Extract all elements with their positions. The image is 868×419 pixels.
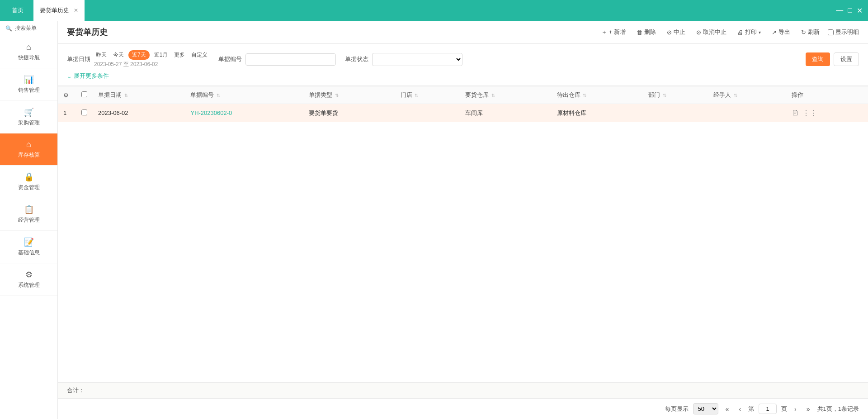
shortcut-more[interactable]: 更多	[172, 50, 187, 60]
export-button[interactable]: ↗ 导出	[769, 26, 793, 38]
cancel-stop-button[interactable]: ⊘ 取消中止	[693, 26, 729, 38]
sidebar-item-system[interactable]: ⚙ 系统管理	[0, 263, 57, 296]
sort-icon-doc-date: ⇅	[124, 93, 128, 98]
view-action-icon[interactable]: 🖹	[792, 109, 799, 117]
page-header: 要货单历史 ＋ + 新增 🗑 删除 ⊘ 中止 ⊘	[58, 21, 868, 44]
row-checkbox[interactable]	[81, 110, 87, 115]
new-button[interactable]: ＋ + 新增	[599, 26, 628, 38]
close-btn[interactable]: ✕	[857, 6, 863, 15]
th-doc-date[interactable]: 单据日期 ⇅	[93, 86, 185, 104]
top-bar: 首页 要货单历史 ✕ — □ ✕	[0, 0, 868, 21]
maximize-btn[interactable]: □	[848, 6, 852, 14]
page-input-label: 第	[748, 405, 754, 413]
doc-date-label: 单据日期	[67, 55, 90, 63]
chevron-down-icon: ⌄	[67, 73, 72, 80]
sidebar-label-quick-nav: 快捷导航	[18, 54, 40, 62]
th-pending-warehouse[interactable]: 待出仓库 ⇅	[552, 86, 643, 104]
sort-icon-pending-warehouse: ⇅	[583, 93, 586, 98]
shortcut-7days[interactable]: 近7天	[128, 50, 150, 60]
table-container: ⚙ 单据日期 ⇅ 单据编号 ⇅	[58, 86, 868, 382]
stop-button[interactable]: ⊘ 中止	[664, 26, 688, 38]
shortcut-custom[interactable]: 自定义	[189, 50, 209, 60]
sidebar-label-inventory: 库存核算	[18, 151, 40, 159]
prev-page-btn[interactable]: ‹	[736, 405, 744, 414]
page-title: 要货单历史	[67, 27, 108, 38]
th-checkbox	[76, 86, 93, 104]
shortcut-today[interactable]: 今天	[111, 50, 126, 60]
refresh-button[interactable]: ↻ 刷新	[798, 26, 822, 38]
action-icons: 🖹 ⋮⋮	[792, 109, 863, 117]
sidebar-item-quick-nav[interactable]: ⌂ 快捷导航	[0, 36, 57, 68]
filter-doc-no: 单据编号	[218, 53, 336, 66]
show-detail-checkbox-wrapper[interactable]: 显示明细	[828, 28, 859, 36]
filter-row: 单据日期 昨天 今天 近7天 近1月 更多 自定义 2023-05-27 至 2…	[67, 50, 859, 68]
sidebar-search[interactable]: 🔍 搜索菜单	[0, 21, 57, 36]
sort-icon-department: ⇅	[663, 93, 666, 98]
toolbar: ＋ + 新增 🗑 删除 ⊘ 中止 ⊘ 取消中止	[599, 26, 859, 38]
page-size-select[interactable]: 50 100 200	[693, 403, 718, 414]
date-range-display: 2023-05-27 至 2023-06-02	[94, 61, 209, 68]
th-department[interactable]: 部门 ⇅	[643, 86, 708, 104]
page-size-label: 每页显示	[665, 405, 689, 413]
sidebar-item-purchase[interactable]: 🛒 采购管理	[0, 101, 57, 133]
last-page-btn[interactable]: »	[804, 405, 813, 414]
next-page-btn[interactable]: ›	[792, 405, 799, 414]
home-icon: ⌂	[26, 43, 31, 52]
query-button[interactable]: 查询	[806, 52, 830, 66]
td-checkbox	[76, 104, 93, 122]
sort-icon-req-warehouse: ⇅	[491, 93, 495, 98]
refresh-icon: ↻	[801, 29, 806, 36]
show-detail-checkbox[interactable]	[828, 29, 834, 35]
sidebar-item-operations[interactable]: 📋 经营管理	[0, 198, 57, 231]
sidebar-item-inventory[interactable]: ⌂ 库存核算	[0, 133, 57, 166]
page-number-input[interactable]	[759, 404, 777, 414]
doc-no-input[interactable]	[245, 53, 336, 66]
sidebar-search-label: 搜索菜单	[15, 24, 37, 32]
finance-icon: 🔒	[24, 172, 34, 182]
td-req-warehouse: 车间库	[460, 104, 551, 122]
expand-more-btn[interactable]: ⌄ 展开更多条件	[67, 72, 859, 80]
th-doc-type[interactable]: 单据类型 ⇅	[303, 86, 395, 104]
sidebar-item-basic-info[interactable]: 📝 基础信息	[0, 231, 57, 263]
more-action-icon[interactable]: ⋮⋮	[802, 109, 817, 117]
data-table: ⚙ 单据日期 ⇅ 单据编号 ⇅	[58, 86, 868, 122]
settings-col-icon: ⚙	[63, 92, 69, 99]
shortcut-yesterday[interactable]: 昨天	[94, 50, 108, 60]
td-department	[643, 104, 708, 122]
doc-no-link[interactable]: YH-20230602-0	[190, 110, 232, 116]
doc-status-select[interactable]	[372, 53, 462, 66]
td-doc-date: 2023-06-02	[93, 104, 185, 122]
operations-icon: 📋	[24, 205, 34, 214]
minimize-btn[interactable]: —	[836, 6, 843, 14]
tab-requisition-history[interactable]: 要货单历史 ✕	[33, 0, 85, 21]
tab-close-btn[interactable]: ✕	[74, 7, 78, 14]
sidebar-label-finance: 资金管理	[18, 184, 40, 191]
sidebar-item-sales[interactable]: 📊 销售管理	[0, 68, 57, 101]
delete-icon: 🗑	[637, 29, 642, 36]
th-settings[interactable]: ⚙	[58, 86, 76, 104]
shortcut-1month[interactable]: 近1月	[152, 50, 170, 60]
settings-button[interactable]: 设置	[834, 52, 859, 66]
delete-button[interactable]: 🗑 删除	[634, 26, 659, 38]
sidebar-item-finance[interactable]: 🔒 资金管理	[0, 166, 57, 198]
th-handler[interactable]: 经手人 ⇅	[708, 86, 786, 104]
first-page-btn[interactable]: «	[723, 405, 732, 414]
th-doc-no[interactable]: 单据编号 ⇅	[185, 86, 303, 104]
print-dropdown-icon: ▾	[759, 30, 761, 35]
tab-home[interactable]: 首页	[5, 0, 30, 21]
th-store[interactable]: 门店 ⇅	[395, 86, 460, 104]
export-icon: ↗	[772, 29, 777, 36]
sidebar-label-purchase: 采购管理	[18, 119, 40, 127]
select-all-checkbox[interactable]	[81, 91, 87, 97]
print-button[interactable]: 🖨 打印 ▾	[735, 26, 764, 38]
table-footer: 合计：	[58, 382, 868, 398]
td-doc-no: YH-20230602-0	[185, 104, 303, 122]
td-index: 1	[58, 104, 76, 122]
filter-doc-status: 单据状态	[345, 53, 462, 66]
app-container: 首页 要货单历史 ✕ — □ ✕ 🔍 搜索菜单 ⌂ 快捷导航 📊 销售管理	[0, 0, 868, 419]
td-doc-type: 要货单要货	[303, 104, 395, 122]
sales-icon: 📊	[24, 75, 34, 85]
td-pending-warehouse: 原材料仓库	[552, 104, 643, 122]
top-bar-right: — □ ✕	[836, 6, 863, 15]
th-req-warehouse[interactable]: 要货仓库 ⇅	[460, 86, 551, 104]
